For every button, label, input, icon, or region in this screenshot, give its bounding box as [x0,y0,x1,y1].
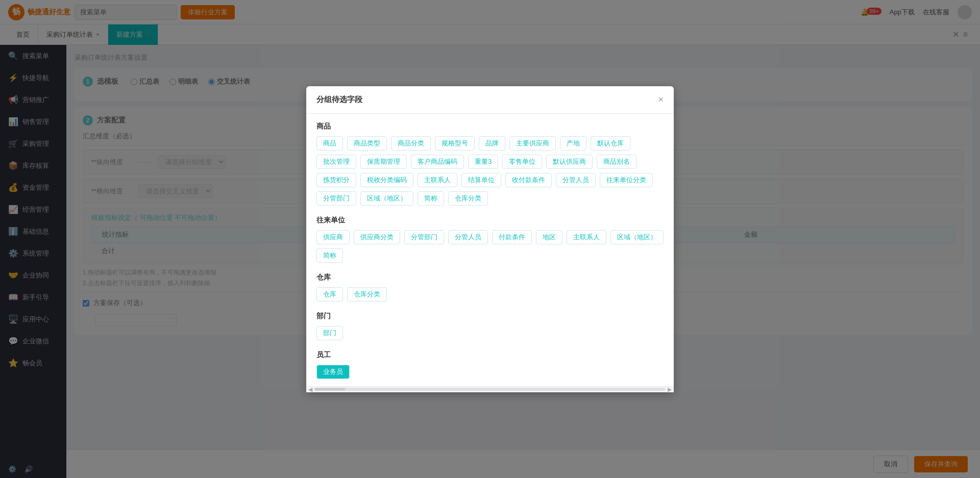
field-tag[interactable]: 仓库分类 [347,287,387,301]
modal-hscroll[interactable]: ◀ ▶ [306,386,674,392]
field-tag[interactable]: 区域（地区） [610,230,664,244]
field-group-employee-title: 员工 [316,350,664,360]
hscroll-right-arrow[interactable]: ▶ [668,386,672,393]
field-tag[interactable]: 供应商分类 [354,230,400,244]
field-tag-selected[interactable]: 业务员 [316,365,350,379]
field-group-employee: 员工 业务员 [316,350,664,379]
field-tag[interactable]: 客户商品编码 [411,155,464,169]
field-tag[interactable]: 重量3 [468,155,498,169]
field-group-partner-title: 往来单位 [316,216,664,225]
field-tag[interactable]: 部门 [316,326,343,340]
field-tag[interactable]: 分管部门 [404,230,444,244]
field-group-dept-title: 部门 [316,312,664,321]
field-tag[interactable]: 默认仓库 [591,136,630,150]
field-tag[interactable]: 主要供应商 [509,136,556,150]
field-tag[interactable]: 拣货积分 [316,173,356,187]
field-tag[interactable]: 保质期管理 [360,155,407,169]
field-tag[interactable]: 分管部门 [316,191,356,206]
field-tags-employee: 业务员 [316,365,664,379]
field-tag[interactable]: 主联系人 [567,230,606,244]
field-tag[interactable]: 税收分类编码 [360,173,413,187]
field-tag[interactable]: 地区 [536,230,562,244]
field-tag[interactable]: 收付款条件 [505,173,552,187]
hscroll-thumb[interactable] [314,388,345,391]
field-tag[interactable]: 简称 [418,191,444,206]
field-tag[interactable]: 付款条件 [492,230,532,244]
field-tag[interactable]: 供应商 [316,230,350,244]
field-group-goods: 商品 商品 商品类型 商品分类 规格型号 品牌 主要供应商 产地 默认仓库 批次… [316,122,664,206]
field-tag[interactable]: 规格型号 [435,136,475,150]
field-tag[interactable]: 默认供应商 [546,155,593,169]
field-tag[interactable]: 分管人员 [448,230,488,244]
hscroll-track [314,388,666,391]
field-tag[interactable]: 商品别名 [597,155,636,169]
field-tag[interactable]: 产地 [560,136,586,150]
field-group-warehouse-title: 仓库 [316,273,664,282]
field-select-modal: 分组待选字段 × 商品 商品 商品类型 商品分类 规格型号 品牌 主要供应商 产… [306,86,674,392]
field-tags-goods: 商品 商品类型 商品分类 规格型号 品牌 主要供应商 产地 默认仓库 批次管理 … [316,136,664,206]
field-group-warehouse: 仓库 仓库 仓库分类 [316,273,664,301]
field-tag[interactable]: 商品 [316,136,343,150]
modal-body: 商品 商品 商品类型 商品分类 规格型号 品牌 主要供应商 产地 默认仓库 批次… [306,114,674,386]
field-tag[interactable]: 品牌 [479,136,505,150]
field-tags-dept: 部门 [316,326,664,340]
field-group-partner: 往来单位 供应商 供应商分类 分管部门 分管人员 付款条件 地区 主联系人 区域… [316,216,664,263]
field-tag[interactable]: 区域（地区） [360,191,413,206]
field-tags-warehouse: 仓库 仓库分类 [316,287,664,301]
field-tag[interactable]: 商品类型 [347,136,387,150]
field-tag[interactable]: 批次管理 [316,155,356,169]
field-tag[interactable]: 商品分类 [391,136,431,150]
field-tag[interactable]: 主联系人 [418,173,457,187]
field-tag[interactable]: 零售单位 [502,155,542,169]
field-tag[interactable]: 仓库 [316,287,343,301]
field-tag[interactable]: 分管人员 [556,173,596,187]
field-group-goods-title: 商品 [316,122,664,131]
field-tag[interactable]: 往来单位分类 [600,173,653,187]
modal-overlay: 分组待选字段 × 商品 商品 商品类型 商品分类 规格型号 品牌 主要供应商 产… [0,0,980,478]
hscroll-left-arrow[interactable]: ◀ [308,386,312,393]
field-tags-partner: 供应商 供应商分类 分管部门 分管人员 付款条件 地区 主联系人 区域（地区） … [316,230,664,263]
field-group-dept: 部门 部门 [316,312,664,340]
modal-close-button[interactable]: × [658,94,664,105]
field-tag[interactable]: 简称 [316,248,343,263]
field-tag[interactable]: 结算单位 [461,173,501,187]
field-tag[interactable]: 仓库分类 [448,191,488,206]
modal-header: 分组待选字段 × [306,86,674,114]
modal-title: 分组待选字段 [316,95,362,105]
